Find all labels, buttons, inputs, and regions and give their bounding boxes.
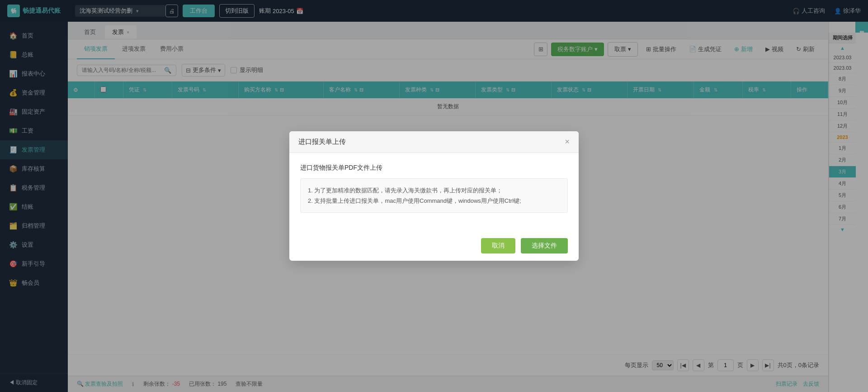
modal-footer: 取消 选择文件	[289, 231, 579, 261]
modal-close-button[interactable]: ×	[565, 138, 570, 146]
modal-header: 进口报关单上传 ×	[289, 131, 579, 153]
modal-section-title: 进口货物报关单PDF文件上传	[300, 164, 568, 172]
modal-select-file-button[interactable]: 选择文件	[521, 238, 568, 253]
modal-cancel-button[interactable]: 取消	[481, 238, 515, 253]
modal-notice-item-2: 2. 支持批量上传进口报关单，mac用户使用Command键，windows用户…	[308, 196, 560, 206]
modal-overlay[interactable]: 进口报关单上传 × 进口货物报关单PDF文件上传 1. 为了更加精准的数据匹配，…	[0, 0, 868, 392]
modal-body: 进口货物报关单PDF文件上传 1. 为了更加精准的数据匹配，请先录入海关缴款书，…	[289, 153, 579, 231]
modal-notice-item-1: 1. 为了更加精准的数据匹配，请先录入海关缴款书，再上传对应的报关单；	[308, 185, 560, 196]
import-customs-modal: 进口报关单上传 × 进口货物报关单PDF文件上传 1. 为了更加精准的数据匹配，…	[289, 131, 579, 261]
modal-title: 进口报关单上传	[298, 138, 346, 146]
modal-notice-box: 1. 为了更加精准的数据匹配，请先录入海关缴款书，再上传对应的报关单； 2. 支…	[300, 178, 568, 213]
